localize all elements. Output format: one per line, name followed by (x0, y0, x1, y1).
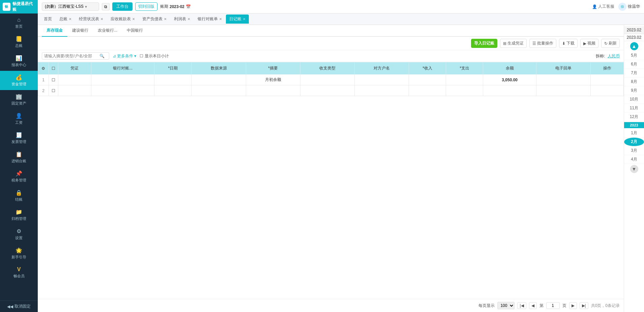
tab-business[interactable]: 经营状况表 ✕ (76, 15, 107, 24)
page-input[interactable] (546, 302, 560, 309)
date-item-11[interactable]: 11月 (624, 104, 644, 113)
sidebar-item-reports[interactable]: 📊 报表中心 (0, 52, 38, 71)
batch-operation-button[interactable]: ☰ 批量操作 (529, 39, 556, 48)
date-item-10[interactable]: 10月 (624, 95, 644, 104)
tab-home-label: 首页 (44, 16, 52, 22)
date-header2: 2023.02 (624, 34, 644, 41)
date-item-3[interactable]: 3月 (624, 146, 644, 155)
date-item-9[interactable]: 9月 (624, 86, 644, 95)
year-badge: 2023 (624, 122, 644, 128)
content-area: 库存现金 建设银行 农业银行... 中国银行 导入日记账 ⊞ 生成凭证 (38, 25, 644, 312)
sidebar-item-vip[interactable]: V 畅会员 (0, 263, 38, 282)
bank-tab-cash[interactable]: 库存现金 (42, 25, 67, 37)
row1-check[interactable]: ☐ (49, 75, 58, 85)
date-item-6[interactable]: 6月 (624, 60, 644, 69)
tab-journal[interactable]: 日记账 ✕ (226, 15, 249, 24)
col-summary: *摘要 (246, 62, 300, 75)
import-journal-button[interactable]: 导入日记账 (471, 39, 497, 48)
search-input[interactable] (44, 54, 98, 58)
col-settings[interactable]: ⚙ (38, 62, 49, 75)
tab-home[interactable]: 首页 (40, 15, 55, 24)
user-avatar[interactable]: 徐 徐温华 (618, 3, 640, 11)
sidebar-item-funds[interactable]: 💰 资金管理 (0, 71, 38, 90)
sidebar-item-label: 税务管理 (11, 178, 26, 183)
row1-balance: 3,050.00 (483, 75, 536, 85)
next-page-button[interactable]: ▶ (569, 302, 577, 309)
date-item-5[interactable]: 5月 (624, 51, 644, 60)
tab-profit[interactable]: 利润表 ✕ (171, 15, 194, 24)
tab-bank-reconcile-label: 银行对账单 (198, 16, 218, 22)
filter-row: 🔍 ⊿ 更多条件 ▾ ☐ 显示本日小计 拆称: 人民币 (38, 50, 624, 62)
tab-business-close[interactable]: ✕ (100, 17, 103, 21)
col-data-source: 数据来源 (192, 62, 246, 75)
more-conditions-button[interactable]: ⊿ 更多条件 ▾ (113, 53, 136, 59)
tab-receivable-close[interactable]: ✕ (132, 17, 135, 21)
sidebar-item-invoice[interactable]: 🧾 发票管理 (0, 129, 38, 148)
row2-check[interactable]: ☐ (49, 85, 58, 96)
copy-button[interactable]: ⧉ (102, 3, 110, 10)
col-balance: 余额 (483, 62, 536, 75)
sidebar-item-label: 畅会员 (13, 274, 25, 279)
show-daily-checkbox[interactable]: ☐ 显示本日小计 (140, 53, 169, 59)
prev-page-button[interactable]: ◀ (529, 302, 537, 309)
sidebar-item-archive[interactable]: 📁 归档管理 (0, 205, 38, 225)
sidebar-item-fixed-assets[interactable]: 🏢 固定资产 (0, 90, 38, 109)
sidebar-item-ledger[interactable]: 📒 总账 (0, 32, 38, 52)
sidebar-item-purchase-sale[interactable]: 📋 进销台账 (0, 148, 38, 167)
tab-profit-close[interactable]: ✕ (187, 17, 190, 21)
refresh-button[interactable]: ↻ 刷新 (601, 39, 620, 48)
sidebar-item-guide[interactable]: 🌟 新手引导 (0, 244, 38, 263)
row2-voucher (58, 85, 91, 96)
tab-assets[interactable]: 资产负债表 ✕ (139, 15, 170, 24)
total-label: 共0页，0条记录 (591, 303, 620, 309)
sidebar-item-closing[interactable]: 🔒 结账 (0, 186, 38, 205)
date-panel-header: 2023.02 (624, 26, 644, 34)
video-button[interactable]: ▶ 视频 (580, 39, 598, 48)
bank-tab-zhongguo[interactable]: 中国银行 (122, 25, 148, 37)
download-button[interactable]: ⬇ 下载 (559, 39, 578, 48)
sidebar-item-label: 进销台账 (11, 159, 26, 164)
sidebar-item-salary[interactable]: 👤 工资 (0, 109, 38, 129)
user-service[interactable]: 👤 人工客服 (592, 4, 614, 9)
logo-icon: 畅 (3, 3, 10, 11)
pin-toggle[interactable]: ◀◀ 取消固定 (0, 301, 38, 312)
per-page-select[interactable]: 100 50 200 (497, 302, 515, 309)
first-page-button[interactable]: |◀ (517, 302, 526, 309)
row2-operation[interactable] (591, 85, 624, 96)
col-check[interactable]: ☐ (49, 62, 58, 75)
tab-bank-reconcile[interactable]: 银行对账单 ✕ (194, 15, 225, 24)
date-item-4[interactable]: 4月 (624, 155, 644, 164)
row1-income (409, 75, 446, 85)
tab-ledger-close[interactable]: ✕ (69, 17, 71, 21)
tab-receivable[interactable]: 应收账款表 ✕ (107, 15, 138, 24)
date-item-2[interactable]: 2月 (624, 138, 644, 146)
tab-receivable-label: 应收账款表 (111, 16, 131, 22)
sidebar-item-settings[interactable]: ⚙ 设置 (0, 225, 38, 244)
date-item-1[interactable]: 1月 (624, 129, 644, 138)
tab-bank-reconcile-close[interactable]: ✕ (219, 17, 222, 21)
currency-value[interactable]: 人民币 (608, 53, 620, 59)
tab-ledger[interactable]: 总账 ✕ (56, 15, 75, 24)
sidebar-item-home[interactable]: ⌂ 首页 (0, 13, 38, 32)
archive-icon: 📁 (16, 209, 22, 215)
last-page-button[interactable]: ▶| (580, 302, 588, 309)
date-nav-down[interactable]: ▼ (630, 165, 638, 173)
date-item-12[interactable]: 12月 (624, 113, 644, 121)
period-calendar-icon[interactable]: 📅 (186, 4, 191, 9)
tab-assets-close[interactable]: ✕ (164, 17, 167, 21)
switch-version-button[interactable]: 切到旧版 (135, 2, 157, 11)
bank-tab-jianshe[interactable]: 建设银行 (67, 25, 93, 37)
bank-tab-nongye[interactable]: 农业银行... (93, 25, 122, 37)
workspace-button[interactable]: 工作台 (112, 2, 133, 11)
tab-journal-close[interactable]: ✕ (243, 17, 245, 21)
search-icon[interactable]: 🔍 (99, 54, 105, 58)
date-nav-up[interactable]: ▲ (630, 42, 638, 50)
row1-operation[interactable] (591, 75, 624, 85)
checkbox-icon: ☐ (140, 54, 143, 58)
date-item-7[interactable]: 7月 (624, 69, 644, 78)
date-item-8[interactable]: 8月 (624, 78, 644, 86)
company-selector[interactable]: (勿删）江西银宝-LSS ▾ (42, 2, 99, 11)
sidebar-item-tax[interactable]: 📌 税务管理 (0, 167, 38, 186)
bank-tab-jianshe-label: 建设银行 (72, 28, 88, 33)
generate-voucher-button[interactable]: ⊞ 生成凭证 (500, 39, 527, 48)
